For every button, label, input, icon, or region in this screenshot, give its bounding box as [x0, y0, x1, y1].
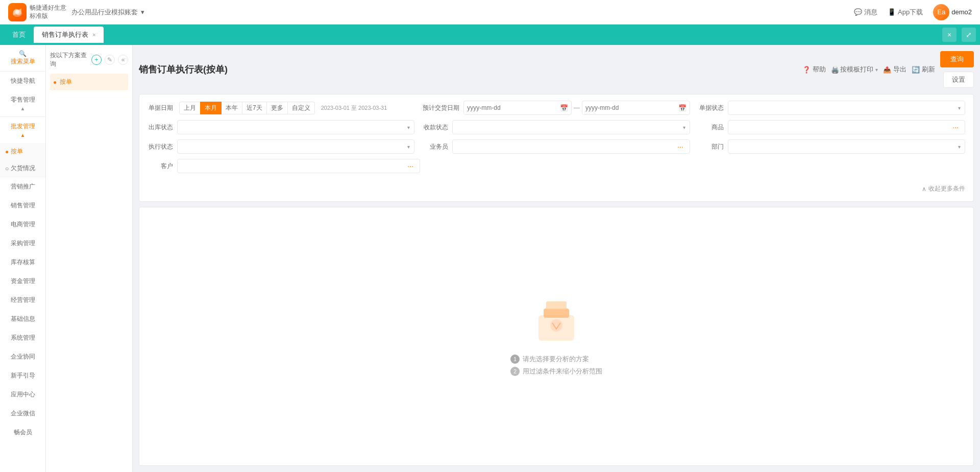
- sidebar-item-ecommerce[interactable]: 电商管理: [0, 215, 45, 234]
- filter-collapse-btn[interactable]: «: [118, 55, 128, 65]
- settings-btn[interactable]: 设置: [943, 72, 974, 88]
- product-dots-btn[interactable]: ···: [950, 123, 961, 131]
- date-tab-current-month[interactable]: 本月: [200, 102, 222, 114]
- svg-point-1: [15, 10, 19, 14]
- calendar-start-icon[interactable]: 📅: [560, 104, 568, 112]
- help-btn[interactable]: ❓ 帮助: [802, 65, 826, 74]
- sidebar-group-wholesale: 批发管理 ▲ ● 按单 ○ 欠货情况: [0, 117, 45, 177]
- print-btn[interactable]: 🖨️ 按模板打印 ▾: [831, 65, 878, 74]
- sidebar-item-retail[interactable]: 零售管理 ▲: [0, 90, 45, 116]
- page-header: 销售订单执行表(按单) ❓ 帮助 🖨️ 按模板打印 ▾ 📤: [139, 51, 974, 88]
- status-field: 单据状态 ▾: [698, 101, 965, 115]
- sidebar-item-inventory[interactable]: 库存核算: [0, 253, 45, 272]
- exec-select[interactable]: ▾: [177, 139, 414, 154]
- app-download-btn[interactable]: 📱 App下载: [888, 8, 923, 17]
- breadcrumb-text: 办公用品行业模拟账套: [71, 8, 138, 17]
- customer-dots-btn[interactable]: ···: [405, 162, 415, 170]
- customer-input-wrap: ···: [177, 159, 420, 173]
- form-row-1: 单据日期 上月 本月 本年 近7天 更多 自定义 2023-03-01 至 20…: [148, 101, 965, 115]
- sidebar-item-apps[interactable]: 应用中心: [0, 385, 45, 404]
- tab-expand-btn[interactable]: ⤢: [962, 28, 976, 42]
- empty-hint-text-1: 请先选择要分析的方案: [523, 355, 589, 364]
- exec-label: 执行状态: [148, 143, 173, 151]
- forecast-date-label: 预计交货日期: [423, 104, 459, 112]
- sidebar-item-newbie[interactable]: 新手引导: [0, 366, 45, 385]
- outbound-select[interactable]: ▾: [177, 120, 414, 134]
- tab-home[interactable]: 首页: [4, 27, 34, 43]
- filter-edit-btn[interactable]: ✎: [105, 55, 115, 65]
- breadcrumb: 办公用品行业模拟账套 ▾: [71, 8, 144, 17]
- empty-hint-1: 1 请先选择要分析的方案: [510, 355, 602, 364]
- main-layout: 🔍 搜索菜单 快捷导航 零售管理 ▲ 批发管理 ▲ ● 按单 ○ 欠货情况: [0, 45, 980, 472]
- sidebar-item-enterprise[interactable]: 企业协同: [0, 347, 45, 366]
- tab-close-btn[interactable]: ×: [92, 32, 95, 38]
- filter-item-order[interactable]: ● 按单: [50, 74, 128, 90]
- date-tab-prev-month[interactable]: 上月: [179, 102, 201, 114]
- tab-current-label: 销售订单执行表: [42, 30, 88, 39]
- tab-close-all-btn[interactable]: ×: [942, 28, 957, 42]
- sidebar-item-sales[interactable]: 销售管理: [0, 196, 45, 215]
- export-btn[interactable]: 📤 导出: [883, 65, 906, 74]
- filter-add-btn[interactable]: +: [91, 55, 102, 65]
- forecast-date-start-wrap: 📅: [463, 101, 572, 115]
- sidebar-item-wechat[interactable]: 企业微信: [0, 404, 45, 423]
- app-download-icon: 📱: [888, 8, 896, 16]
- salesperson-dots-btn[interactable]: ···: [675, 143, 685, 151]
- sidebar-item-purchase[interactable]: 采购管理: [0, 234, 45, 253]
- sidebar-item-marketing[interactable]: 营销推广: [0, 177, 45, 196]
- breadcrumb-dropdown-btn[interactable]: ▾: [141, 8, 144, 16]
- date-tab-custom[interactable]: 自定义: [287, 102, 315, 114]
- forecast-date-start[interactable]: [467, 104, 558, 111]
- dept-dropdown-icon: ▾: [958, 144, 961, 150]
- date-tab-year[interactable]: 本年: [221, 102, 242, 114]
- payment-label: 收款状态: [423, 123, 448, 132]
- sidebar-item-quick-nav[interactable]: 快捷导航: [0, 72, 45, 90]
- forecast-date-range: 📅 — 📅: [463, 101, 690, 115]
- salesperson-input-wrap: ···: [452, 139, 690, 154]
- retail-arrow-icon: ▲: [20, 106, 26, 111]
- sidebar-search[interactable]: 🔍 搜索菜单: [0, 45, 45, 72]
- print-dropdown-icon: ▾: [875, 67, 878, 73]
- sidebar-item-wholesale[interactable]: 批发管理 ▲: [0, 117, 45, 143]
- sidebar-item-member[interactable]: 畅会员: [0, 423, 45, 442]
- page-header-actions: ❓ 帮助 🖨️ 按模板打印 ▾ 📤 导出 �: [802, 51, 974, 88]
- collapse-btn[interactable]: ∧ 收起更多条件: [922, 180, 965, 195]
- debt-label: 欠货情况: [11, 164, 35, 173]
- query-btn[interactable]: 查询: [940, 51, 974, 67]
- export-label: 导出: [893, 65, 906, 74]
- dept-select[interactable]: ▾: [728, 139, 965, 154]
- sidebar-item-finance[interactable]: 资金管理: [0, 272, 45, 291]
- date-tab-more[interactable]: 更多: [266, 102, 288, 114]
- sidebar-sub-item-order[interactable]: ● 按单: [0, 143, 45, 160]
- dept-label: 部门: [698, 143, 724, 151]
- salesperson-field: 业务员 ···: [423, 139, 690, 154]
- sidebar-sub-item-debt[interactable]: ○ 欠货情况: [0, 160, 45, 177]
- top-bar: 畅捷通好生意 标准版 办公用品行业模拟账套 ▾ 💬 消息 📱 App下载 Ea …: [0, 0, 980, 25]
- sidebar-item-operations[interactable]: 经营管理: [0, 291, 45, 310]
- refresh-btn[interactable]: 🔄 刷新: [912, 65, 935, 74]
- refresh-icon: 🔄: [912, 66, 920, 74]
- customer-field: 客户 ···: [148, 159, 420, 173]
- status-select[interactable]: ▾: [728, 101, 965, 115]
- sidebar-item-system[interactable]: 系统管理: [0, 328, 45, 347]
- print-icon: 🖨️: [831, 66, 839, 74]
- tab-bar-actions: × ⤢: [942, 28, 976, 42]
- user-area[interactable]: Ea demo2: [933, 4, 972, 20]
- status-label: 单据状态: [698, 104, 724, 112]
- outbound-dropdown-icon: ▾: [407, 125, 410, 130]
- forecast-date-field: 预计交货日期 📅 — 📅: [423, 101, 690, 115]
- top-bar-left: 畅捷通好生意 标准版 办公用品行业模拟账套 ▾: [8, 3, 144, 21]
- logo-area: 畅捷通好生意 标准版: [8, 3, 66, 21]
- calendar-end-icon[interactable]: 📅: [678, 104, 687, 112]
- tab-sales-order[interactable]: 销售订单执行表 ×: [34, 27, 104, 43]
- collapse-row: ∧ 收起更多条件: [148, 178, 965, 195]
- avatar: Ea: [933, 4, 949, 20]
- sidebar-group-retail: 零售管理 ▲: [0, 90, 45, 117]
- payment-select[interactable]: ▾: [452, 120, 690, 134]
- forecast-date-end[interactable]: [585, 104, 676, 111]
- svg-rect-4: [546, 301, 567, 310]
- date-range-text: 2023-03-01 至 2023-03-31: [321, 104, 387, 112]
- date-tab-7days[interactable]: 近7天: [242, 102, 267, 114]
- message-btn[interactable]: 💬 消息: [854, 8, 877, 17]
- sidebar-item-basic[interactable]: 基础信息: [0, 310, 45, 328]
